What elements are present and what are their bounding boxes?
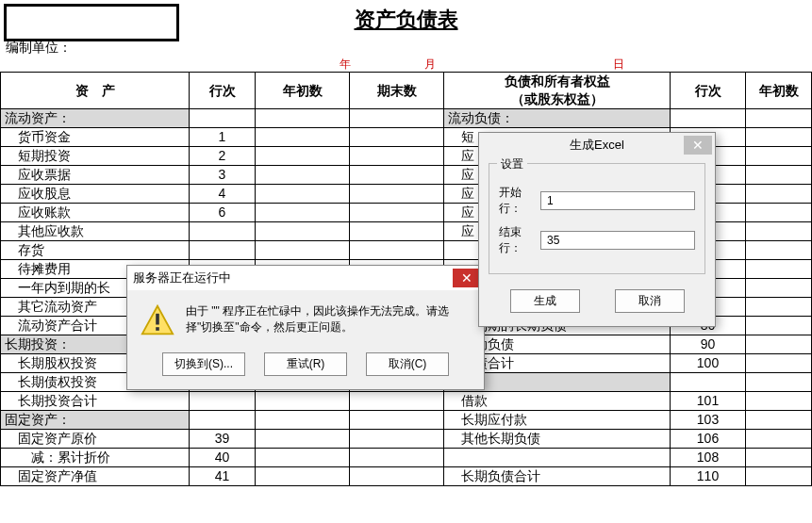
close-icon[interactable]: ✕	[684, 136, 712, 155]
cell: 其他应收款	[1, 222, 190, 241]
warning-icon	[141, 303, 174, 337]
th-liab: 负债和所有者权益	[444, 73, 671, 91]
cell	[746, 449, 812, 467]
cell: 长期负债合计	[444, 467, 671, 486]
start-row-input[interactable]	[540, 191, 695, 210]
cell: 长期应付款	[444, 411, 671, 430]
cell: 103	[671, 411, 746, 430]
cell: 流动资产：	[1, 109, 190, 128]
cell: 货币资金	[1, 128, 190, 147]
cell: 100	[671, 354, 746, 373]
cell: 固定资产净值	[1, 467, 190, 486]
cell	[746, 279, 812, 298]
retry-button[interactable]: 重试(R)	[264, 352, 347, 376]
cell	[350, 147, 444, 166]
end-row-label: 结束行：	[499, 224, 540, 256]
excel-dialog-title[interactable]: 生成Excel ✕	[479, 133, 715, 157]
cell: 流动负债：	[444, 109, 671, 128]
cell: 固定资产：	[1, 411, 190, 430]
cell	[746, 354, 812, 373]
table-row: 固定资产：长期应付款103	[1, 411, 812, 430]
cell	[350, 467, 444, 486]
page-title: 资产负债表	[355, 6, 458, 34]
cell: 90	[671, 335, 746, 354]
start-row-label: 开始行：	[499, 185, 540, 217]
svg-rect-1	[156, 314, 159, 325]
cell	[256, 109, 350, 128]
cell: 应收股息	[1, 185, 190, 204]
table-row: 固定资产原价39其他长期负债106	[1, 430, 812, 449]
error-message: 由于 "" 程序正在忙碌中，因此该操作无法完成。请选择"切换至"命令，然后更正问…	[186, 303, 471, 337]
cell	[746, 467, 812, 486]
settings-fieldset: 设置 开始行： 结束行：	[489, 163, 705, 274]
th-line: 行次	[190, 73, 256, 109]
cell	[444, 449, 671, 467]
cell	[746, 411, 812, 430]
cell	[746, 430, 812, 449]
svg-rect-2	[156, 327, 159, 331]
cell	[256, 166, 350, 185]
cell	[746, 317, 812, 335]
cell	[256, 222, 350, 241]
cell: 39	[190, 430, 256, 449]
th-year-end: 期末数	[350, 73, 444, 109]
cell	[190, 109, 256, 128]
cell	[190, 222, 256, 241]
generate-button[interactable]: 生成	[510, 289, 580, 313]
cell	[256, 128, 350, 147]
cell	[746, 241, 812, 260]
cell	[746, 128, 812, 147]
cell: 短期投资	[1, 147, 190, 166]
cell	[746, 185, 812, 204]
day-label: 日	[613, 57, 624, 73]
cell	[256, 411, 350, 430]
cell	[746, 373, 812, 392]
cell	[256, 204, 350, 222]
error-dialog: 服务器正在运行中 ✕ 由于 "" 程序正在忙碌中，因此该操作无法完成。请选择"切…	[126, 265, 485, 390]
error-dialog-title[interactable]: 服务器正在运行中 ✕	[127, 266, 484, 290]
cell: 应收账款	[1, 204, 190, 222]
cell	[350, 241, 444, 260]
cell	[350, 204, 444, 222]
cell	[746, 298, 812, 317]
cell: 1	[190, 128, 256, 147]
cell	[256, 467, 350, 486]
cell	[350, 128, 444, 147]
cell	[350, 185, 444, 204]
table-row: 流动资产：流动负债：	[1, 109, 812, 128]
cell	[746, 147, 812, 166]
end-row-input[interactable]	[540, 231, 695, 250]
excel-dialog: 生成Excel ✕ 设置 开始行： 结束行： 生成 取消	[478, 132, 716, 327]
cell	[350, 392, 444, 411]
excel-cancel-button[interactable]: 取消	[615, 289, 685, 313]
cell	[350, 109, 444, 128]
cell	[256, 392, 350, 411]
date-row: 年 月 日	[0, 58, 812, 72]
switch-button[interactable]: 切换到(S)...	[162, 352, 245, 376]
cell	[746, 109, 812, 128]
cell	[746, 335, 812, 354]
table-row: 固定资产净值41长期负债合计110	[1, 467, 812, 486]
cell	[746, 204, 812, 222]
cell	[350, 222, 444, 241]
cell: 106	[671, 430, 746, 449]
th-line2: 行次	[671, 73, 746, 109]
cell: 长期投资合计	[1, 392, 190, 411]
error-dialog-title-text: 服务器正在运行中	[133, 270, 231, 285]
cell	[350, 449, 444, 467]
th-year-begin: 年初数	[256, 73, 350, 109]
cell	[671, 373, 746, 392]
cell	[256, 430, 350, 449]
cell	[256, 147, 350, 166]
year-label: 年	[340, 57, 351, 73]
table-row: 长期投资合计借款101	[1, 392, 812, 411]
th-year-begin2: 年初数	[746, 73, 812, 109]
cell	[350, 166, 444, 185]
close-icon[interactable]: ✕	[453, 269, 481, 287]
cell: 6	[190, 204, 256, 222]
cell	[746, 260, 812, 279]
cancel-button[interactable]: 取消(C)	[366, 352, 449, 376]
cell: 借款	[444, 392, 671, 411]
cell	[190, 392, 256, 411]
cell	[256, 449, 350, 467]
